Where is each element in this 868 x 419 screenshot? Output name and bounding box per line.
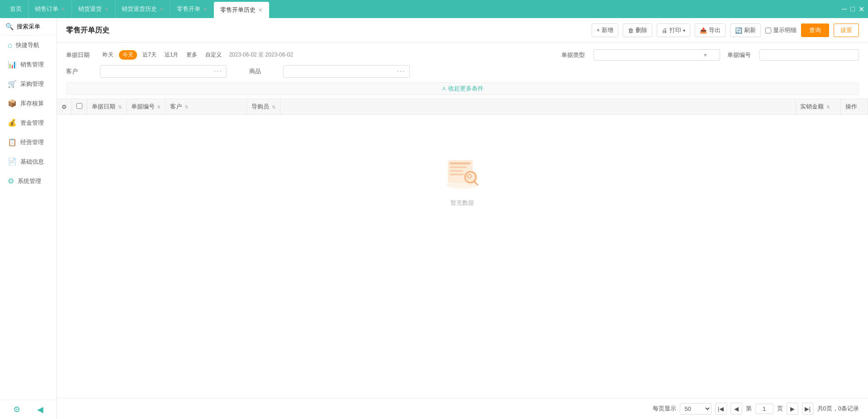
search-icon: 🔍 xyxy=(5,23,14,31)
customer-label: 客户 xyxy=(66,67,91,75)
delete-icon: 🗑 xyxy=(628,27,634,34)
export-button[interactable]: 📤 导出 xyxy=(695,24,726,37)
doc-type-select[interactable]: ▾ xyxy=(593,49,720,61)
export-icon: 📤 xyxy=(700,27,707,34)
sidebar-item-base-info[interactable]: 📄 基础信息 xyxy=(0,152,57,171)
tab-retail-open-history-close[interactable]: ✕ xyxy=(258,7,262,13)
sidebar-item-sales-mgmt-label: 销售管理 xyxy=(20,61,44,69)
th-amount[interactable]: 实销金额 ⇅ xyxy=(796,99,841,115)
select-all-checkbox[interactable] xyxy=(76,103,82,109)
date-opt-more[interactable]: 更多 xyxy=(184,50,200,60)
goods-label: 商品 xyxy=(249,67,274,75)
settings-icon[interactable]: ⚙ xyxy=(62,104,67,110)
sidebar-item-sys-mgmt[interactable]: ⚙ 系统管理 xyxy=(0,171,57,191)
th-no-sort-icon: ⇅ xyxy=(157,104,161,109)
empty-svg xyxy=(440,151,485,192)
th-spacer xyxy=(280,99,795,115)
next-page-icon: ▶ xyxy=(790,405,795,412)
sidebar-item-inventory[interactable]: 📦 库存核算 xyxy=(0,94,57,113)
date-range: 2023-06-02 至 2023-06-02 xyxy=(229,51,293,59)
base-info-icon: 📄 xyxy=(8,157,17,166)
tab-retail-open-history[interactable]: 零售开单历史 ✕ xyxy=(214,2,269,18)
print-icon: 🖨 xyxy=(662,27,668,34)
per-page-label: 每页显示 xyxy=(653,405,676,413)
date-opt-yesterday[interactable]: 昨天 xyxy=(100,50,116,60)
show-detail-checkbox[interactable] xyxy=(765,28,771,33)
sidebar-item-sales-mgmt[interactable]: 📊 销售管理 xyxy=(0,55,57,74)
tab-sales-order[interactable]: 销售订单 ✕ xyxy=(28,0,72,18)
th-no-label: 单据编号 xyxy=(131,103,155,110)
show-detail-text: 显示明细 xyxy=(773,26,797,34)
sales-icon: 📊 xyxy=(8,60,17,69)
refresh-button[interactable]: 🔄 刷新 xyxy=(730,24,761,37)
tab-retail-open-history-label: 零售开单历史 xyxy=(220,6,256,14)
doc-type-label: 单据类型 xyxy=(561,51,586,59)
th-guide[interactable]: 导购员 ⇅ xyxy=(247,99,280,115)
sidebar-item-finance[interactable]: 💰 资金管理 xyxy=(0,113,57,132)
header-actions: + 新增 🗑 删除 🖨 打印 ▾ 📤 导出 🔄 刷新 xyxy=(592,24,859,37)
delete-button[interactable]: 🗑 删除 xyxy=(623,24,652,37)
sidebar-item-base-info-label: 基础信息 xyxy=(20,158,44,166)
show-detail-label[interactable]: 显示明细 xyxy=(765,26,797,34)
sidebar-item-purchase-mgmt[interactable]: 🛒 采购管理 xyxy=(0,74,57,94)
date-opt-last7[interactable]: 近7天 xyxy=(140,50,159,60)
purchase-icon: 🛒 xyxy=(8,80,17,88)
page-suffix: 页 xyxy=(777,405,783,413)
inventory-icon: 📦 xyxy=(8,99,17,108)
tab-sales-return-history-close[interactable]: ✕ xyxy=(160,6,164,12)
sidebar: 🔍 搜索采单 ⌂ 快捷导航 📊 销售管理 🛒 采购管理 📦 库存核算 💰 资金管… xyxy=(0,18,57,419)
query-button[interactable]: 查询 xyxy=(801,24,829,37)
refresh-label: 刷新 xyxy=(744,26,756,34)
th-settings[interactable]: ⚙ xyxy=(57,99,72,115)
first-page-btn[interactable]: |◀ xyxy=(715,403,727,414)
window-close-btn[interactable]: ✕ xyxy=(859,5,864,14)
date-opt-today[interactable]: 今天 xyxy=(119,50,137,60)
next-page-btn[interactable]: ▶ xyxy=(787,403,798,414)
sidebar-item-operations-label: 经营管理 xyxy=(20,138,44,146)
sidebar-collapse-icon[interactable]: ◀ xyxy=(37,405,43,414)
print-button[interactable]: 🖨 打印 ▾ xyxy=(657,24,690,37)
date-options: 昨天 今天 近7天 近1月 更多 自定义 2023-06-02 至 2023-0… xyxy=(100,50,293,60)
tab-home[interactable]: 首页 xyxy=(4,0,28,18)
tab-sales-return-close[interactable]: ✕ xyxy=(104,6,109,12)
doc-no-input[interactable] xyxy=(759,49,859,61)
add-button[interactable]: + 新增 xyxy=(592,24,618,37)
empty-text: 暂无数据 xyxy=(451,199,474,207)
empty-icon xyxy=(440,151,485,192)
customer-ellipsis-icon[interactable]: ··· xyxy=(214,67,223,75)
setting-button[interactable]: 设置 xyxy=(834,24,859,37)
date-opt-custom[interactable]: 自定义 xyxy=(203,50,224,60)
table-header-row: ⚙ 单据日期 ⇅ 单据编号 ⇅ xyxy=(57,99,868,115)
tab-sales-order-close[interactable]: ✕ xyxy=(61,6,65,12)
goods-ellipsis-icon[interactable]: ··· xyxy=(397,67,406,75)
tab-retail-open-close[interactable]: ✕ xyxy=(203,6,207,12)
th-ops: 操作 xyxy=(841,99,868,115)
sidebar-item-quick-nav[interactable]: ⌂ 快捷导航 xyxy=(0,36,57,55)
maximize-btn[interactable]: □ xyxy=(850,5,855,13)
filter-row-2: 客户 ··· 商品 ··· xyxy=(66,65,859,78)
page-input[interactable] xyxy=(755,404,773,414)
sidebar-settings-icon[interactable]: ⚙ xyxy=(13,405,20,414)
sidebar-item-quick-nav-label: 快捷导航 xyxy=(16,41,39,49)
svg-rect-5 xyxy=(450,174,465,175)
sidebar-item-operations[interactable]: 📋 经营管理 xyxy=(0,132,57,152)
sidebar-search[interactable]: 🔍 搜索采单 xyxy=(0,18,57,36)
last-page-btn[interactable]: ▶| xyxy=(802,403,814,414)
refresh-icon: 🔄 xyxy=(735,27,742,34)
collapse-bar[interactable]: ∧ 收起更多条件 xyxy=(66,82,859,95)
prev-page-btn[interactable]: ◀ xyxy=(730,403,742,414)
tab-sales-return-history[interactable]: 销货退货历史 ✕ xyxy=(115,0,171,18)
pagination: 每页显示 50 20 100 |◀ ◀ 第 页 ▶ ▶| 共0页，0条记录 xyxy=(57,398,868,419)
empty-state: 暂无数据 xyxy=(57,115,868,243)
tab-retail-open[interactable]: 零售开单 ✕ xyxy=(171,0,214,18)
empty-row: 暂无数据 xyxy=(57,115,868,244)
tab-sales-return[interactable]: 销货退货 ✕ xyxy=(72,0,115,18)
minimize-btn[interactable]: ─ xyxy=(842,5,847,13)
th-check[interactable] xyxy=(72,99,87,115)
th-no[interactable]: 单据编号 ⇅ xyxy=(126,99,166,115)
per-page-select[interactable]: 50 20 100 xyxy=(680,403,711,414)
th-customer[interactable]: 客户 ⇅ xyxy=(166,99,247,115)
add-label: + 新增 xyxy=(597,26,613,34)
date-opt-last1m[interactable]: 近1月 xyxy=(162,50,181,60)
th-date[interactable]: 单据日期 ⇅ xyxy=(87,99,127,115)
